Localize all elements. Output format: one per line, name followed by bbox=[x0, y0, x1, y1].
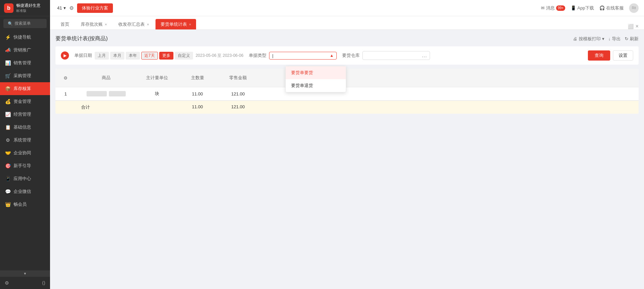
type-dropdown: 要货单要货 要货单退货 bbox=[285, 66, 346, 92]
refresh-button[interactable]: ↻ 刷新 bbox=[625, 36, 639, 42]
sidebar-item-enterprise[interactable]: 🤝 企业协同 bbox=[0, 147, 50, 159]
sidebar-item-purchase[interactable]: 🛒 采购管理 bbox=[0, 69, 50, 82]
type-filter-group: 单据类型 | ▲ bbox=[249, 52, 337, 60]
product-code-placeholder bbox=[109, 91, 126, 96]
table-header: ⚙ 商品 主计量单位 主数量 零售金额 bbox=[55, 69, 639, 87]
tf-extra bbox=[258, 101, 639, 114]
tab-bar: 首页 库存批次账 × 收发存汇总表 × 要货单统计表 × ⬜ × bbox=[50, 16, 644, 30]
app-download-button[interactable]: 📱 App下载 bbox=[571, 5, 594, 11]
th-settings[interactable]: ⚙ bbox=[55, 72, 76, 84]
tenant-selector[interactable]: 41 ▾ bbox=[55, 5, 66, 10]
date-custom-button[interactable]: 自定义 bbox=[175, 52, 193, 60]
th-product: 商品 bbox=[76, 72, 137, 84]
dropdown-item-order-return[interactable]: 要货单退货 bbox=[286, 79, 346, 92]
filter-settings-button[interactable]: 设置 bbox=[613, 50, 633, 61]
marketing-icon: 📣 bbox=[5, 47, 11, 53]
dropdown-item-order-goods[interactable]: 要货单要货 bbox=[286, 66, 346, 79]
filter-expand-button[interactable]: ▶ bbox=[61, 51, 69, 60]
tab-inventory-batch[interactable]: 库存批次账 × bbox=[76, 19, 112, 29]
sidebar-item-finance[interactable]: 💰 资金管理 bbox=[0, 95, 50, 108]
headset-icon: 🎧 bbox=[599, 5, 605, 10]
mobile-icon: 📱 bbox=[571, 5, 576, 10]
date-filter-group: 单据日期 上月 本月 本年 近7天 更多 自定义 2023-05-06 至 20… bbox=[74, 52, 243, 60]
query-button[interactable]: 查询 bbox=[588, 50, 610, 61]
date-shortcuts: 上月 本月 本年 近7天 更多 自定义 bbox=[95, 52, 193, 60]
purchase-icon: 🛒 bbox=[5, 73, 11, 79]
tf-label: 合计 bbox=[76, 101, 137, 114]
system-icon: ⚙ bbox=[5, 137, 11, 143]
product-name-placeholder bbox=[87, 91, 107, 96]
print-button[interactable]: 🖨 按模板打印 ▾ bbox=[573, 36, 604, 42]
table-footer: 合计 11.00 121.00 bbox=[55, 101, 639, 114]
sidebar-item-inventory[interactable]: 📦 库存核算 bbox=[0, 82, 50, 95]
main-content: 41 ▾ ⚙ 体验行业方案 ✉ 消息 99+ 📱 App下载 🎧 在线客服 bbox=[50, 0, 644, 289]
warehouse-more-icon: … bbox=[422, 52, 427, 59]
member-icon: 👑 bbox=[5, 201, 11, 207]
th-amount: 零售金额 bbox=[218, 72, 258, 84]
date-last-7-days[interactable]: 近7天 bbox=[141, 52, 158, 60]
th-unit: 主计量单位 bbox=[137, 72, 177, 84]
management-icon: 📈 bbox=[5, 111, 11, 117]
type-select-value: | bbox=[272, 53, 330, 58]
tab-home[interactable]: 首页 bbox=[55, 19, 74, 29]
date-last-month[interactable]: 上月 bbox=[95, 52, 109, 60]
collapse-icon[interactable]: ⟨⟩ bbox=[42, 280, 45, 286]
tab-maximize-icon[interactable]: ⬜ bbox=[628, 24, 634, 29]
enterprise-icon: 🤝 bbox=[5, 150, 11, 156]
export-button[interactable]: ↓ 导出 bbox=[609, 36, 621, 42]
tf-quantity: 11.00 bbox=[177, 101, 218, 114]
search-menu-button[interactable]: 🔍 搜索菜单 bbox=[3, 19, 47, 28]
td-amount: 121.00 bbox=[218, 88, 258, 100]
td-quantity: 11.00 bbox=[177, 88, 218, 100]
date-more-button[interactable]: 更多 bbox=[159, 52, 173, 60]
sidebar-item-newbie[interactable]: 🎯 新手引导 bbox=[0, 159, 50, 172]
date-this-month[interactable]: 本月 bbox=[110, 52, 124, 60]
tenant-dropdown-icon: ▾ bbox=[64, 5, 66, 10]
warehouse-filter-group: 要货仓库 … bbox=[342, 51, 430, 60]
tab-close-order-stats[interactable]: × bbox=[189, 22, 191, 26]
sidebar-item-sales[interactable]: 📊 销售管理 bbox=[0, 57, 50, 69]
type-select[interactable]: | ▲ bbox=[269, 52, 337, 60]
page-title: 要货单统计表(按商品) bbox=[55, 35, 108, 42]
refresh-icon: ↻ bbox=[625, 36, 628, 41]
sidebar-item-marketing[interactable]: 📣 营销推广 bbox=[0, 44, 50, 57]
settings-bottom-icon[interactable]: ⚙ bbox=[5, 280, 9, 286]
type-select-arrow: ▲ bbox=[330, 53, 334, 58]
tab-close-inventory-batch[interactable]: × bbox=[105, 22, 107, 26]
sidebar-item-member[interactable]: 👑 畅会员 bbox=[0, 198, 50, 211]
sidebar-logo: b 畅捷通好生意 标准版 bbox=[0, 0, 50, 16]
finance-icon: 💰 bbox=[5, 98, 11, 105]
trial-button[interactable]: 体验行业方案 bbox=[77, 3, 113, 13]
data-table: ⚙ 商品 主计量单位 主数量 零售金额 1 块 bbox=[55, 69, 639, 114]
sidebar-item-quicknav[interactable]: ⚡ 快捷导航 bbox=[0, 31, 50, 44]
sidebar-item-wechat[interactable]: 💬 企业微信 bbox=[0, 185, 50, 198]
warehouse-select[interactable]: … bbox=[362, 51, 430, 60]
avatar: Rit bbox=[629, 3, 639, 13]
content-area: 要货单统计表(按商品) 🖨 按模板打印 ▾ ↓ 导出 ↻ 刷新 ▶ bbox=[50, 30, 644, 289]
tf-amount: 121.00 bbox=[218, 101, 258, 114]
search-icon: 🔍 bbox=[8, 21, 13, 26]
tab-close-all-icon[interactable]: × bbox=[636, 23, 639, 29]
sidebar-item-system[interactable]: ⚙ 系统管理 bbox=[0, 134, 50, 147]
table-row: 1 块 11.00 121.00 bbox=[55, 87, 639, 101]
quicknav-icon: ⚡ bbox=[5, 34, 11, 40]
tab-receive-summary[interactable]: 收发存汇总表 × bbox=[113, 19, 154, 29]
sidebar-item-apps[interactable]: 📱 应用中心 bbox=[0, 172, 50, 185]
settings-th-icon: ⚙ bbox=[64, 75, 68, 81]
topbar-right: ✉ 消息 99+ 📱 App下载 🎧 在线客服 Rit bbox=[541, 3, 639, 13]
tf-empty bbox=[55, 101, 76, 114]
sidebar-item-basic[interactable]: 📋 基础信息 bbox=[0, 121, 50, 134]
date-this-year[interactable]: 本年 bbox=[126, 52, 140, 60]
sidebar-scroll-down[interactable]: ▼ bbox=[0, 270, 50, 276]
topbar-settings-icon[interactable]: ⚙ bbox=[69, 5, 74, 11]
message-button[interactable]: ✉ 消息 99+ bbox=[541, 5, 565, 11]
wechat-icon: 💬 bbox=[5, 188, 11, 195]
filter-right-actions: 查询 设置 bbox=[588, 50, 633, 61]
tab-order-stats[interactable]: 要货单统计表 × bbox=[156, 19, 196, 29]
sidebar-item-management[interactable]: 📈 经营管理 bbox=[0, 108, 50, 121]
filter-bar: ▶ 单据日期 上月 本月 本年 近7天 更多 自定义 2023-05-06 至 … bbox=[55, 46, 639, 65]
user-avatar[interactable]: Rit bbox=[629, 3, 639, 13]
td-unit: 块 bbox=[137, 87, 177, 100]
tab-close-receive-summary[interactable]: × bbox=[147, 22, 149, 26]
online-service-button[interactable]: 🎧 在线客服 bbox=[599, 5, 624, 11]
